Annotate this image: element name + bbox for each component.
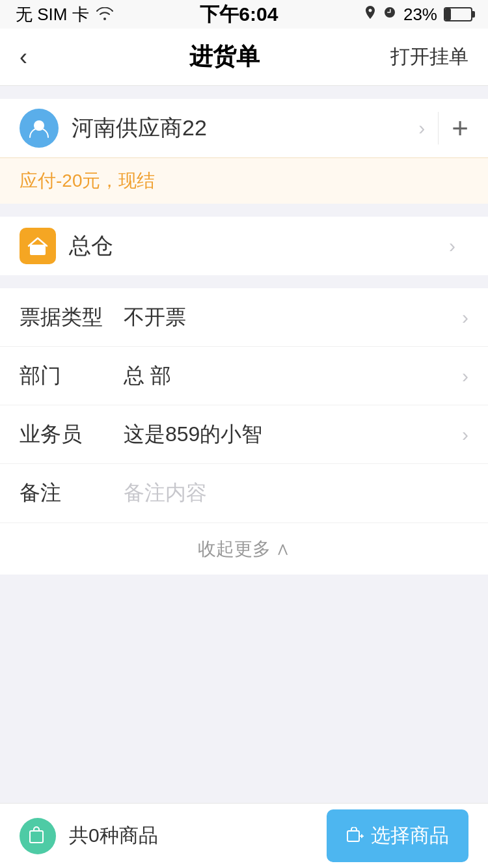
warehouse-chevron-icon: › [449,235,455,257]
open-pending-button[interactable]: 打开挂单 [390,44,468,70]
back-button[interactable]: ‹ [20,44,59,71]
bottom-bar: 共0种商品 选择商品 [0,803,488,868]
collapse-label: 收起更多 ∧ [198,537,291,562]
salesperson-row[interactable]: 业务员 这是859的小智 › [0,405,488,464]
bottom-background [0,575,488,601]
nav-bar: ‹ 进货单 打开挂单 [0,29,488,86]
battery-icon [444,7,472,21]
invoice-type-chevron-icon: › [462,306,468,329]
product-count-icon [20,818,56,854]
invoice-type-row[interactable]: 票据类型 不开票 › [0,288,488,347]
supplier-section: 河南供应商22 › + 应付-20元，现结 [0,99,488,204]
supplier-avatar [20,109,59,148]
remark-row[interactable]: 备注 备注内容 [0,464,488,522]
warehouse-row[interactable]: 总仓 › [0,217,488,275]
notice-text: 应付-20元，现结 [20,170,155,191]
product-count-text: 共0种商品 [69,822,327,849]
supplier-name: 河南供应商22 [72,113,418,143]
divider-top [0,86,488,99]
status-left: 无 SIM 卡 [16,3,114,26]
department-value: 总 部 [124,362,462,390]
notice-banner: 应付-20元，现结 [0,157,488,204]
select-product-label: 选择商品 [371,822,449,849]
wifi-icon [96,5,114,25]
supplier-row[interactable]: 河南供应商22 › + [0,99,488,157]
status-bar: 无 SIM 卡 下午6:04 23% [0,0,488,29]
salesperson-value: 这是859的小智 [124,420,462,449]
add-button[interactable]: + [438,112,468,144]
form-section: 票据类型 不开票 › 部门 总 部 › 业务员 这是859的小智 › 备注 备注… [0,288,488,522]
svg-rect-2 [30,831,43,843]
select-product-button[interactable]: 选择商品 [327,809,468,862]
location-icon [364,5,376,25]
warehouse-name: 总仓 [69,231,449,261]
status-time: 下午6:04 [200,1,278,28]
salesperson-label: 业务员 [20,420,124,449]
svg-rect-1 [30,245,46,255]
page-title: 进货单 [189,41,260,73]
svg-rect-3 [347,831,359,841]
remark-value: 备注内容 [124,479,468,508]
invoice-type-value: 不开票 [124,303,462,332]
collapse-row[interactable]: 收起更多 ∧ [0,522,488,575]
carrier-label: 无 SIM 卡 [16,3,89,26]
salesperson-chevron-icon: › [462,424,468,446]
warehouse-section: 总仓 › [0,217,488,275]
supplier-chevron-icon: › [418,117,425,139]
invoice-type-label: 票据类型 [20,303,124,332]
remark-label: 备注 [20,479,124,508]
status-right: 23% [364,5,472,25]
warehouse-icon [20,228,56,264]
department-row[interactable]: 部门 总 部 › [0,347,488,405]
department-label: 部门 [20,362,124,390]
alarm-icon [383,5,397,25]
department-chevron-icon: › [462,365,468,387]
battery-percent: 23% [403,5,437,25]
